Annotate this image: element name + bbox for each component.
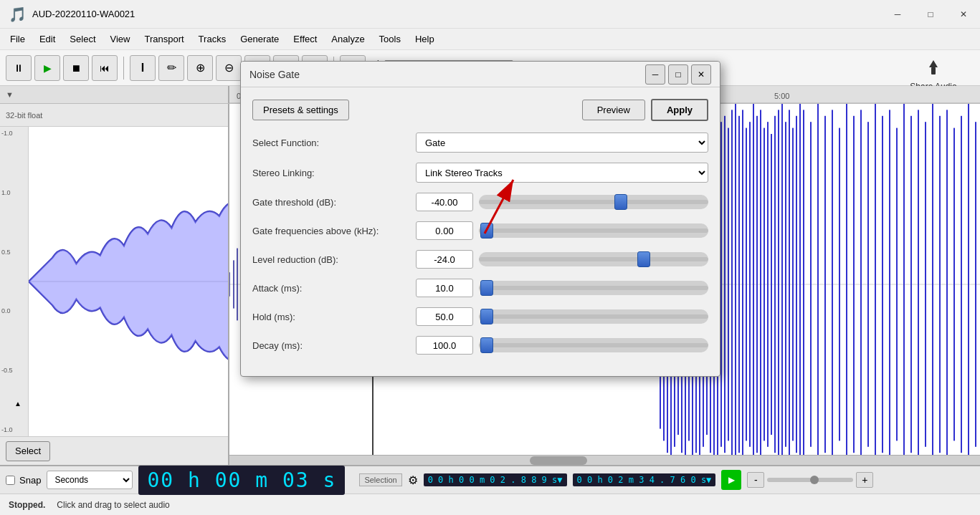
- stereo-linking-row: Stereo Linking: Link Stereo Tracks Don't…: [252, 163, 708, 183]
- share-icon: [923, 59, 943, 79]
- level-reduction-thumb[interactable]: [637, 251, 650, 267]
- h-scrollbar-thumb[interactable]: [530, 456, 587, 465]
- dialog-maximize-button[interactable]: □: [668, 64, 688, 85]
- gate-threshold-thumb[interactable]: [614, 194, 627, 210]
- hold-input[interactable]: [416, 307, 473, 326]
- svg-rect-69: [781, 104, 783, 465]
- slider-track-2: [479, 228, 708, 233]
- gate-threshold-slider[interactable]: [479, 195, 708, 209]
- attack-label: Attack (ms):: [252, 283, 410, 294]
- svg-rect-65: [767, 122, 769, 447]
- hold-row: Hold (ms):: [252, 307, 708, 326]
- attack-slider[interactable]: [479, 281, 708, 295]
- svg-rect-58: [742, 110, 743, 458]
- attack-input[interactable]: [416, 279, 473, 297]
- svg-rect-81: [846, 104, 847, 465]
- menu-tools[interactable]: Tools: [372, 31, 408, 47]
- svg-rect-83: [860, 110, 862, 458]
- level-reduction-row: Level reduction (dB):: [252, 250, 708, 269]
- level-reduction-input[interactable]: [416, 250, 473, 269]
- time-display: 00 h 00 m 03 s: [138, 466, 345, 495]
- svg-rect-92: [925, 122, 926, 447]
- svg-rect-70: [785, 122, 786, 447]
- status-text: Stopped.: [9, 500, 45, 510]
- hold-label: Hold (ms):: [252, 312, 410, 322]
- hold-slider[interactable]: [479, 309, 708, 324]
- svg-rect-99: [975, 122, 976, 447]
- preview-button[interactable]: Preview: [582, 100, 645, 120]
- dialog-top-bar: Presets & settings Preview Apply: [252, 99, 708, 121]
- gate-frequencies-slider[interactable]: [479, 223, 708, 238]
- skip-start-button[interactable]: ⏮: [92, 55, 118, 81]
- zoom-minus-button[interactable]: -: [747, 472, 764, 488]
- maximize-button[interactable]: □: [914, 0, 947, 29]
- close-button[interactable]: ✕: [947, 0, 980, 29]
- zoom-thumb[interactable]: [810, 476, 819, 484]
- dialog-body: Presets & settings Preview Apply Select …: [241, 87, 720, 376]
- stop-button[interactable]: ⏹: [63, 55, 89, 81]
- svg-rect-91: [918, 110, 919, 458]
- decay-slider[interactable]: [479, 338, 708, 352]
- seconds-select[interactable]: Seconds: [47, 471, 133, 489]
- decay-thumb[interactable]: [480, 337, 493, 353]
- title-bar: 🎵 AUD-20220110-WA0021 ─ □ ✕: [0, 0, 980, 29]
- menu-file[interactable]: File: [3, 31, 32, 47]
- menu-transport[interactable]: Transport: [137, 31, 191, 47]
- svg-rect-80: [839, 128, 840, 441]
- y-axis: -1.0 1.0 0.5 0.0 -0.5 -1.0: [0, 127, 29, 436]
- bit-depth-label: 32-bit float: [6, 111, 42, 120]
- hold-thumb[interactable]: [480, 309, 493, 324]
- gate-frequencies-thumb[interactable]: [480, 223, 493, 239]
- svg-rect-90: [910, 116, 912, 453]
- gate-threshold-input[interactable]: [416, 193, 473, 211]
- svg-rect-55: [731, 110, 733, 458]
- minimize-button[interactable]: ─: [881, 0, 914, 29]
- menu-tracks[interactable]: Tracks: [191, 31, 234, 47]
- attack-thumb[interactable]: [480, 280, 493, 296]
- menu-generate[interactable]: Generate: [233, 31, 286, 47]
- svg-rect-72: [792, 128, 794, 441]
- pause-button[interactable]: ⏸: [6, 55, 32, 81]
- level-reduction-slider[interactable]: [479, 252, 708, 266]
- presets-settings-button[interactable]: Presets & settings: [252, 100, 349, 120]
- ibeam-tool[interactable]: I: [130, 55, 156, 81]
- menu-select[interactable]: Select: [62, 31, 103, 47]
- menu-effect[interactable]: Effect: [286, 31, 324, 47]
- svg-rect-68: [778, 110, 779, 458]
- zoom-out-tool[interactable]: ⊖: [216, 55, 242, 81]
- gear-icon[interactable]: ⚙: [408, 473, 418, 487]
- presets-label: Presets & settings: [263, 105, 338, 115]
- slider-track: [479, 200, 708, 204]
- decay-input[interactable]: [416, 336, 473, 355]
- stereo-linking-dropdown[interactable]: Link Stereo Tracks Don't Link Stereo Tra…: [416, 163, 708, 183]
- draw-tool[interactable]: ✏: [158, 55, 184, 81]
- svg-rect-62: [756, 116, 758, 453]
- gate-threshold-row: Gate threshold (dB):: [252, 193, 708, 211]
- zoom-slider[interactable]: [767, 478, 853, 482]
- menu-help[interactable]: Help: [408, 31, 442, 47]
- play-button[interactable]: ▶: [34, 55, 60, 81]
- snap-input[interactable]: [6, 476, 15, 485]
- track-header-info: 32-bit float: [0, 104, 228, 127]
- apply-button[interactable]: Apply: [651, 99, 708, 121]
- dialog-close-button[interactable]: ✕: [691, 64, 711, 85]
- gate-frequencies-input[interactable]: [416, 221, 473, 240]
- noise-gate-dialog[interactable]: Noise Gate ─ □ ✕ Presets & settings Prev…: [240, 61, 720, 377]
- zoom-plus-button[interactable]: +: [856, 472, 873, 488]
- dialog-minimize-button[interactable]: ─: [645, 64, 665, 85]
- zoom-in-tool[interactable]: ⊕: [187, 55, 213, 81]
- svg-rect-97: [961, 116, 962, 453]
- h-scrollbar[interactable]: [229, 455, 980, 465]
- time-value: 00 h 00 m 03 s: [147, 468, 336, 492]
- menu-edit[interactable]: Edit: [32, 31, 62, 47]
- slider-track-4: [479, 286, 708, 290]
- select-function-dropdown[interactable]: Gate Ducking: [416, 133, 708, 153]
- snap-checkbox[interactable]: Snap: [6, 475, 41, 486]
- gate-threshold-label: Gate threshold (dB):: [252, 197, 410, 208]
- menu-view[interactable]: View: [103, 31, 138, 47]
- play-mini-button[interactable]: ▶: [721, 470, 741, 490]
- svg-rect-57: [738, 116, 740, 453]
- menu-analyze[interactable]: Analyze: [324, 31, 371, 47]
- select-button[interactable]: Select: [6, 441, 50, 461]
- svg-rect-15: [233, 260, 234, 308]
